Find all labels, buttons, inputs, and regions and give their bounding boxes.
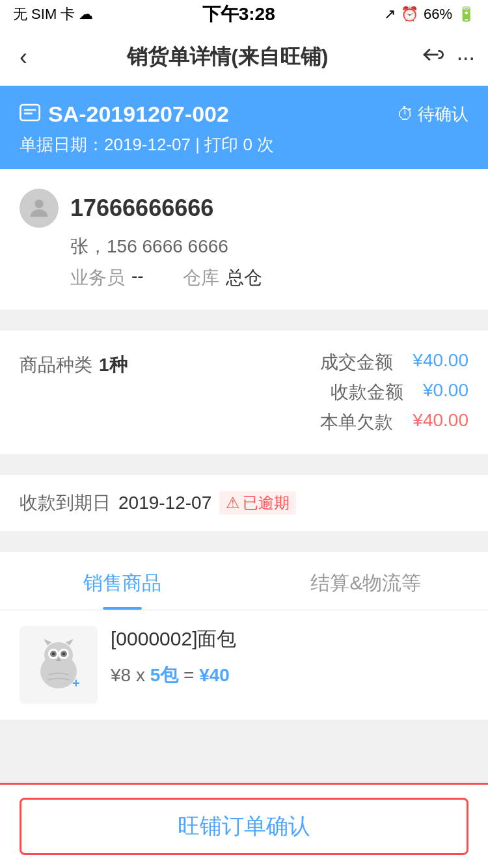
sales-value: -- — [131, 265, 144, 290]
equals: = — [178, 665, 199, 685]
back-button[interactable]: ‹ — [13, 44, 34, 71]
customer-meta: 业务员 -- 仓库 总仓 — [20, 265, 468, 290]
divider-1 — [0, 320, 488, 331]
collected-value: ¥0.00 — [423, 380, 468, 405]
share-icon[interactable] — [422, 44, 444, 71]
owed-value: ¥40.00 — [413, 410, 468, 435]
sales-meta: 业务员 -- — [70, 265, 144, 290]
goods-type-value: 1种 — [99, 353, 128, 377]
order-icon — [20, 102, 40, 127]
due-date-value: 2019-12-07 — [118, 493, 211, 513]
svg-point-1 — [34, 200, 43, 208]
customer-phone: 17666666666 — [70, 195, 213, 222]
collected-row: 收款金额 ¥0.00 — [331, 380, 468, 405]
collected-label: 收款金额 — [331, 380, 403, 405]
confirm-button[interactable]: 旺铺订单确认 — [20, 798, 468, 855]
status-bar: 无 SIM 卡 ☁ 下午3:28 ↗ ⏰ 66% 🔋 — [0, 0, 488, 29]
customer-name: 张，156 6666 6666 — [20, 234, 468, 259]
transaction-label: 成交金额 — [320, 350, 393, 375]
product-thumbnail: + — [20, 626, 98, 704]
product-info: [0000002]面包 ¥8 x 5包 = ¥40 — [111, 626, 468, 688]
avatar — [20, 189, 59, 228]
overdue-badge: ⚠ 已逾期 — [219, 491, 296, 515]
order-date: 单据日期：2019-12-07 | 打印 0 次 — [20, 133, 468, 156]
goods-type-label: 商品种类 — [20, 353, 92, 377]
warning-icon: ⚠ — [226, 494, 240, 512]
svg-marker-11 — [44, 639, 51, 645]
customer-section: 17666666666 张，156 6666 6666 业务员 -- 仓库 总仓 — [0, 169, 488, 310]
status-bar-right: ↗ ⏰ 66% 🔋 — [384, 6, 475, 23]
battery-text: 66% — [424, 6, 452, 23]
transaction-value: ¥40.00 — [413, 350, 468, 375]
tabs: 销售商品 结算&物流等 — [0, 552, 488, 610]
page-title: 销货单详情(来自旺铺) — [127, 43, 328, 72]
status-bar-left: 无 SIM 卡 ☁ — [13, 5, 93, 24]
product-price: ¥8 x 5包 = ¥40 — [111, 663, 468, 688]
bottom-bar: 旺铺订单确认 — [0, 783, 488, 868]
svg-text:+: + — [72, 676, 80, 690]
sales-label: 业务员 — [70, 265, 125, 290]
status-bar-time: 下午3:28 — [202, 2, 275, 27]
product-name: [0000002]面包 — [111, 626, 468, 653]
owed-row: 本单欠款 ¥40.00 — [320, 410, 468, 435]
warehouse-value: 总仓 — [226, 265, 262, 290]
due-date-label: 收款到期日 — [20, 491, 111, 515]
summary-section: 商品种类 1种 成交金额 ¥40.00 收款金额 ¥0.00 本单欠款 ¥40.… — [0, 331, 488, 454]
divider-2 — [0, 465, 488, 475]
transaction-row: 成交金额 ¥40.00 — [320, 350, 468, 375]
svg-point-8 — [52, 653, 55, 655]
unit-price: ¥8 x — [111, 665, 150, 685]
overdue-text: 已逾期 — [243, 493, 290, 513]
order-header: SA-20191207-002 ⏱ 待确认 单据日期：2019-12-07 | … — [0, 86, 488, 169]
order-header-row1: SA-20191207-002 ⏱ 待确认 — [20, 102, 468, 127]
svg-point-9 — [62, 653, 65, 655]
customer-row1: 17666666666 — [20, 189, 468, 228]
order-id: SA-20191207-002 — [20, 102, 229, 127]
divider-3 — [0, 541, 488, 552]
owed-label: 本单欠款 — [320, 410, 393, 435]
quantity: 5包 — [150, 665, 179, 685]
more-icon[interactable]: ··· — [457, 44, 475, 70]
svg-marker-12 — [66, 639, 74, 645]
tab-goods[interactable]: 销售商品 — [0, 552, 244, 610]
product-section: + [0000002]面包 ¥8 x 5包 = ¥40 — [0, 610, 488, 720]
tab-settlement[interactable]: 结算&物流等 — [244, 552, 488, 610]
clock-icon: ⏱ — [397, 104, 414, 124]
no-sim-text: 无 SIM 卡 ☁ — [13, 5, 93, 24]
due-section: 收款到期日 2019-12-07 ⚠ 已逾期 — [0, 475, 488, 531]
warehouse-label: 仓库 — [183, 265, 219, 290]
total-price: ¥40 — [199, 665, 230, 685]
alarm-icon: ⏰ — [401, 6, 418, 23]
battery-icon: 🔋 — [457, 6, 475, 23]
nav-bar: ‹ 销货单详情(来自旺铺) ··· — [0, 29, 488, 86]
warehouse-meta: 仓库 总仓 — [183, 265, 262, 290]
order-status: ⏱ 待确认 — [397, 103, 468, 126]
goods-type: 商品种类 1种 — [20, 350, 128, 377]
location-icon: ↗ — [384, 6, 396, 23]
amounts: 成交金额 ¥40.00 收款金额 ¥0.00 本单欠款 ¥40.00 — [320, 350, 468, 435]
nav-actions: ··· — [422, 44, 475, 71]
